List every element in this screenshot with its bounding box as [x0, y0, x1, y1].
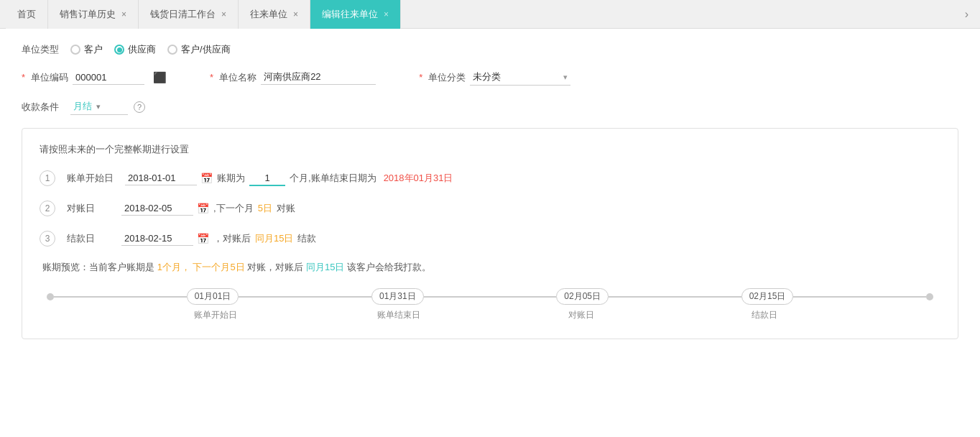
- unit-info-row: * 单位编码 ⬛ * 单位名称 * 单位分类 未分类 ▾: [22, 69, 958, 86]
- radio-customer-circle: [70, 45, 80, 55]
- tl-label-3: 对账日: [560, 309, 603, 321]
- close-sales-history[interactable]: ×: [121, 9, 126, 19]
- close-partner-units[interactable]: ×: [293, 9, 298, 19]
- step-2-calendar-icon[interactable]: 📅: [197, 203, 209, 214]
- radio-customer-supplier-circle: [167, 45, 177, 55]
- summary-pay-date: 同月15日: [306, 262, 344, 272]
- unit-type-row: 单位类型 客户 供应商 客户/供应商: [22, 43, 958, 56]
- unit-name-group: * 单位名称: [210, 70, 376, 85]
- payment-terms-select[interactable]: 月结 ▾: [70, 98, 128, 115]
- unit-category-value: 未分类: [473, 70, 501, 83]
- tab-cash-work[interactable]: 钱货日清工作台 ×: [139, 0, 239, 29]
- timeline-track: 01月01日 01月31日 02月05日 02月15日: [47, 288, 933, 305]
- step-2-next-highlight: 5日: [258, 202, 272, 215]
- summary-reconcile-text: 下一个月5日: [193, 262, 244, 272]
- radio-supplier[interactable]: 供应商: [114, 43, 156, 56]
- step-1-period-input[interactable]: [249, 171, 285, 186]
- step-2-label: 对账日: [67, 202, 110, 215]
- tl-seg-5: [793, 296, 926, 298]
- step-3-text-after: ，对账后: [213, 232, 251, 245]
- step-3-after-highlight: 同月15日: [255, 232, 293, 245]
- payment-terms-label: 收款条件: [22, 101, 59, 114]
- tl-label-1: 账单开始日: [194, 309, 237, 321]
- radio-supplier-circle: [114, 45, 124, 55]
- unit-code-group: * 单位编码 ⬛: [22, 70, 167, 85]
- unit-name-input[interactable]: [261, 70, 376, 85]
- summary-after: 对账，对账后: [247, 262, 306, 272]
- payment-terms-row: 收款条件 月结 ▾ ?: [22, 98, 958, 115]
- unit-type-radio-group: 客户 供应商 客户/供应商: [70, 43, 231, 56]
- tl-label-2: 账单结束日: [377, 309, 420, 321]
- summary-row: 账期预览：当前客户账期是 1个月， 下一个月5日 对账，对账后 同月15日 该客…: [40, 261, 940, 274]
- milestone-2: 01月31日: [371, 288, 424, 305]
- step-1-calendar-icon[interactable]: 📅: [200, 172, 213, 184]
- close-cash-work[interactable]: ×: [221, 9, 226, 19]
- tl-seg-1: [54, 296, 187, 298]
- close-edit-partner[interactable]: ×: [384, 9, 389, 19]
- tl-label-4: 结款日: [743, 309, 786, 321]
- summary-suffix: 该客户会给我打款。: [347, 262, 431, 272]
- radio-customer[interactable]: 客户: [70, 43, 103, 56]
- step-3-number: 3: [40, 231, 55, 247]
- milestone-3-badge: 02月05日: [556, 288, 609, 305]
- tabs-more-button[interactable]: ›: [959, 8, 974, 21]
- step-3-date-input[interactable]: [121, 231, 193, 246]
- unit-code-input[interactable]: [73, 70, 144, 85]
- tl-seg-3: [424, 296, 557, 298]
- unit-name-label: 单位名称: [219, 71, 256, 84]
- unit-code-label: 单位编码: [31, 71, 68, 84]
- timeline-labels: 账单开始日 账单结束日 对账日 结款日: [47, 309, 933, 321]
- step-2-text-reconcile: 对账: [277, 202, 295, 215]
- milestone-4-badge: 02月15日: [741, 288, 794, 305]
- unit-code-icon[interactable]: ⬛: [153, 71, 167, 84]
- step-2-text-next: ,下一个月: [213, 202, 254, 215]
- step-3-label: 结款日: [67, 232, 110, 245]
- milestone-4: 02月15日: [741, 288, 794, 305]
- unit-category-label: 单位分类: [428, 71, 466, 84]
- section-title: 请按照未来的一个完整帐期进行设置: [40, 143, 940, 156]
- step-3-row: 3 结款日 📅 ，对账后 同月15日 结款: [40, 231, 940, 247]
- milestone-3: 02月05日: [556, 288, 609, 305]
- milestone-1: 01月01日: [187, 288, 239, 305]
- page-content: 单位类型 客户 供应商 客户/供应商 * 单位编码 ⬛ * 单位名称: [0, 29, 980, 437]
- timeline-end-dot: [926, 293, 933, 300]
- step-1-end-date: 2018年01月31日: [384, 172, 453, 185]
- timeline-start-dot: [47, 293, 54, 300]
- step-1-date-input[interactable]: [125, 171, 197, 185]
- payment-terms-value: 月结: [73, 100, 92, 113]
- step-1-text-month: 个月,账单结束日期为: [290, 172, 376, 185]
- tl-seg-4: [609, 296, 741, 298]
- unit-category-group: * 单位分类 未分类 ▾: [419, 69, 570, 86]
- milestone-1-badge: 01月01日: [187, 288, 239, 305]
- settings-section: 请按照未来的一个完整帐期进行设置 1 账单开始日 📅 账期为 个月,账单结束日期…: [22, 128, 958, 339]
- step-2-row: 2 对账日 📅 ,下一个月 5日 对账: [40, 201, 940, 216]
- step-3-calendar-icon[interactable]: 📅: [197, 233, 209, 244]
- timeline-area: 01月01日 01月31日 02月05日 02月15日: [40, 288, 940, 321]
- step-1-row: 1 账单开始日 📅 账期为 个月,账单结束日期为 2018年01月31日: [40, 170, 940, 186]
- tab-sales-history[interactable]: 销售订单历史 ×: [48, 0, 139, 29]
- tl-seg-2: [239, 296, 371, 298]
- payment-terms-help[interactable]: ?: [134, 101, 145, 113]
- unit-category-arrow: ▾: [563, 73, 568, 82]
- tabs-bar: 首页 销售订单历史 × 钱货日清工作台 × 往来单位 × 编辑往来单位 × ›: [0, 0, 980, 29]
- tab-edit-partner[interactable]: 编辑往来单位 ×: [310, 0, 401, 29]
- step-1-label: 账单开始日: [67, 172, 114, 185]
- unit-category-select[interactable]: 未分类 ▾: [470, 69, 570, 86]
- tab-partner-units[interactable]: 往来单位 ×: [239, 0, 310, 29]
- step-1-number: 1: [40, 170, 55, 186]
- tab-home[interactable]: 首页: [6, 0, 48, 29]
- payment-terms-arrow: ▾: [96, 102, 101, 111]
- step-3-text-pay: 结款: [297, 232, 316, 245]
- summary-period: 1个月，: [157, 262, 190, 272]
- radio-customer-supplier[interactable]: 客户/供应商: [167, 43, 231, 56]
- unit-type-label: 单位类型: [22, 43, 59, 56]
- milestone-2-badge: 01月31日: [371, 288, 424, 305]
- step-2-number: 2: [40, 201, 55, 216]
- step-1-text-period: 账期为: [217, 172, 245, 185]
- step-2-date-input[interactable]: [121, 201, 193, 216]
- summary-prefix: 账期预览：当前客户账期是: [42, 262, 154, 272]
